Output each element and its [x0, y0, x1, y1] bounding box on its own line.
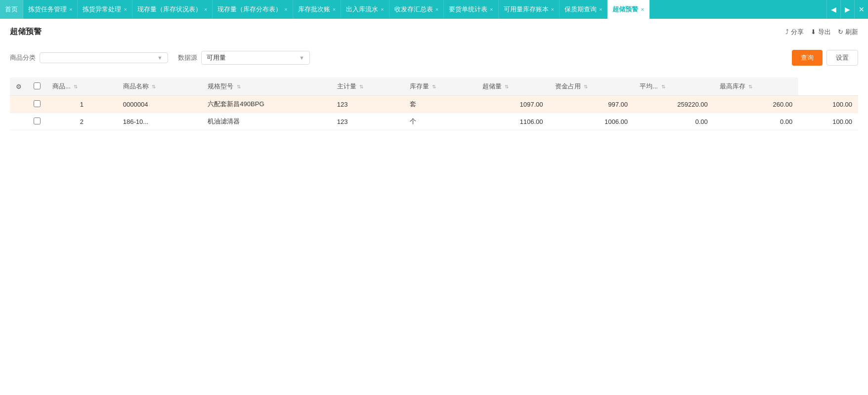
chevron-down-icon: ▼: [157, 55, 163, 61]
export-button[interactable]: ⬇ 导出: [811, 28, 831, 37]
nav-item-8[interactable]: 要货单统计表 ×: [444, 0, 498, 19]
close-icon-9[interactable]: ×: [551, 6, 554, 12]
nav-label-4: 现存量（库存分布表）: [217, 5, 282, 14]
close-icon-3[interactable]: ×: [204, 6, 207, 12]
nav-label-active: 超储预警: [612, 5, 638, 14]
sort-icon-spec: ⇅: [237, 84, 241, 89]
nav-item-4[interactable]: 现存量（库存分布表） ×: [213, 0, 293, 19]
nav-close-button[interactable]: ✕: [854, 0, 868, 19]
col-label-unit: 主计量: [337, 82, 356, 90]
sort-icon-maxstock: ⇅: [748, 84, 752, 89]
col-label-capital: 资金占用: [555, 82, 581, 90]
nav-item-7[interactable]: 收发存汇总表 ×: [390, 0, 444, 19]
table-row: 1 0000004 六配套新昌490BPG 123 套 1097.00 997.…: [10, 96, 858, 113]
nav-item-9[interactable]: 可用量库存账本 ×: [499, 0, 560, 19]
header-actions: ⤴ 分享 ⬇ 导出 ↻ 刷新: [785, 28, 858, 37]
sort-icon-avg: ⇅: [661, 84, 665, 89]
category-filter: 商品分类 ▼: [10, 52, 168, 63]
nav-item-active[interactable]: 超储预警 ×: [608, 0, 649, 19]
th-checkbox[interactable]: [28, 78, 46, 96]
row-maxstock-0: 100.00: [798, 96, 858, 113]
row-spec-0: 123: [331, 96, 404, 113]
nav-label-2: 拣货异常处理: [83, 5, 121, 14]
nav-label-9: 可用量库存账本: [504, 5, 549, 14]
row-name-0: 六配套新昌490BPG: [202, 96, 331, 113]
nav-item-10[interactable]: 保质期查询 ×: [560, 0, 608, 19]
share-icon: ⤴: [785, 28, 789, 36]
close-icon-2[interactable]: ×: [124, 6, 127, 12]
share-label: 分享: [791, 28, 804, 37]
select-all-checkbox[interactable]: [34, 82, 41, 89]
row-checkbox-cell-0: [28, 96, 46, 113]
nav-label-3: 现存量（库存状况表）: [137, 5, 202, 14]
row-name-1: 机油滤清器: [202, 113, 331, 130]
close-icon-1[interactable]: ×: [69, 6, 72, 12]
table-row: 2 186-10... 机油滤清器 123 个 1106.00 1006.00 …: [10, 113, 858, 130]
close-icon-8[interactable]: ×: [490, 6, 493, 12]
row-settings-0[interactable]: [10, 96, 28, 113]
datasource-label: 数据源: [178, 53, 197, 62]
nav-arrows: ◀ ▶ ✕: [826, 0, 868, 19]
row-code-1: 186-10...: [117, 113, 202, 130]
th-spec[interactable]: 规格型号 ⇅: [202, 78, 331, 96]
sort-icon-name: ⇅: [152, 84, 156, 89]
row-num-1: 2: [46, 113, 117, 130]
th-maxstock[interactable]: 最高库存 ⇅: [714, 78, 799, 96]
nav-label-10: 保质期查询: [564, 5, 597, 14]
th-code[interactable]: 商品... ⇅: [46, 78, 117, 96]
refresh-button[interactable]: ↻ 刷新: [838, 28, 858, 37]
nav-prev-button[interactable]: ◀: [826, 0, 840, 19]
nav-label-7: 收发存汇总表: [394, 5, 433, 14]
th-stock[interactable]: 库存量 ⇅: [404, 78, 477, 96]
col-label-stock: 库存量: [410, 82, 429, 90]
close-icon-7[interactable]: ×: [435, 6, 438, 12]
datasource-select[interactable]: 可用量 ▼: [201, 51, 310, 65]
close-icon-6[interactable]: ×: [381, 6, 384, 12]
row-checkbox-0[interactable]: [34, 100, 41, 107]
nav-label-8: 要货单统计表: [449, 5, 487, 14]
refresh-icon: ↻: [838, 28, 843, 36]
export-label: 导出: [818, 28, 831, 37]
nav-next-button[interactable]: ▶: [840, 0, 854, 19]
th-name[interactable]: 商品名称 ⇅: [117, 78, 202, 96]
nav-label-6: 出入库流水: [346, 5, 378, 14]
settings-icon: ⚙: [16, 83, 22, 90]
table-body: 1 0000004 六配套新昌490BPG 123 套 1097.00 997.…: [10, 96, 858, 130]
top-navigation: 首页 拣货任务管理 × 拣货异常处理 × 现存量（库存状况表） × 现存量（库存…: [0, 0, 868, 19]
col-label-avg: 平均...: [640, 82, 658, 90]
nav-item-5[interactable]: 库存批次账 ×: [293, 0, 341, 19]
nav-item-2[interactable]: 拣货异常处理 ×: [78, 0, 132, 19]
th-avg[interactable]: 平均... ⇅: [634, 78, 714, 96]
datasource-filter: 数据源 可用量 ▼: [178, 51, 310, 65]
close-icon-4[interactable]: ×: [284, 6, 287, 12]
nav-item-home[interactable]: 首页: [0, 0, 23, 19]
nav-item-3[interactable]: 现存量（库存状况表） ×: [132, 0, 213, 19]
nav-item-6[interactable]: 出入库流水 ×: [341, 0, 389, 19]
share-button[interactable]: ⤴ 分享: [785, 28, 804, 37]
th-settings[interactable]: ⚙: [10, 78, 28, 96]
nav-item-1[interactable]: 拣货任务管理 ×: [23, 0, 78, 19]
row-maxstock-1: 100.00: [798, 113, 858, 130]
table-header-row: ⚙ 商品... ⇅ 商品名称 ⇅ 规格型号 ⇅ 主计量: [10, 78, 858, 96]
row-checkbox-1[interactable]: [34, 118, 41, 124]
row-avg-1: 0.00: [714, 113, 799, 130]
row-stock-1: 1106.00: [477, 113, 549, 130]
th-overstock[interactable]: 超储量 ⇅: [477, 78, 549, 96]
col-label-code: 商品...: [52, 82, 71, 90]
query-button[interactable]: 查询: [792, 50, 823, 66]
close-icon-active[interactable]: ×: [641, 6, 644, 12]
close-icon-10[interactable]: ×: [599, 6, 602, 12]
sort-icon-unit: ⇅: [359, 84, 363, 89]
row-spec-1: 123: [331, 113, 404, 130]
settings-button[interactable]: 设置: [826, 50, 858, 66]
row-stock-0: 1097.00: [477, 96, 549, 113]
close-icon-5[interactable]: ×: [333, 6, 336, 12]
row-settings-1[interactable]: [10, 113, 28, 130]
th-unit[interactable]: 主计量 ⇅: [331, 78, 404, 96]
page-title: 超储预警: [10, 27, 42, 37]
category-select[interactable]: ▼: [40, 52, 168, 63]
row-unit-1: 个: [404, 113, 477, 130]
nav-label-home: 首页: [5, 5, 18, 14]
row-code-0: 0000004: [117, 96, 202, 113]
th-capital[interactable]: 资金占用 ⇅: [549, 78, 634, 96]
